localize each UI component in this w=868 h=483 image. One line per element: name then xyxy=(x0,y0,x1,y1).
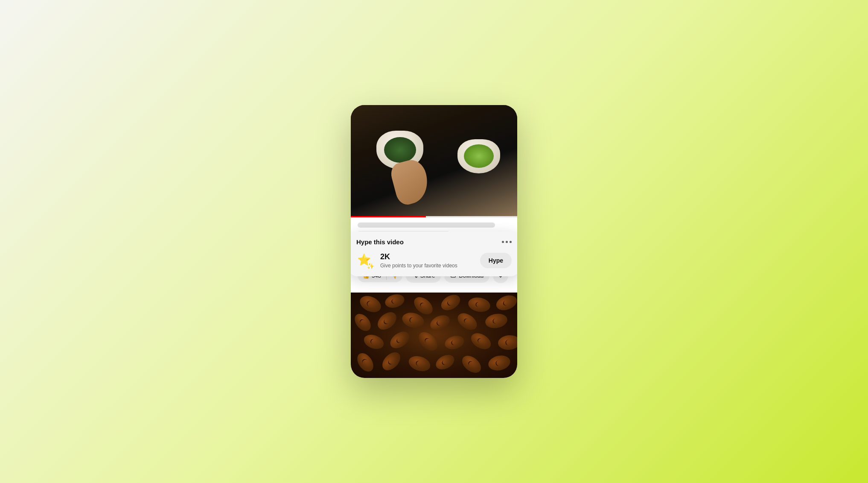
hype-card-header: Hype this video xyxy=(356,238,512,246)
video-progress-fill xyxy=(351,216,426,217)
coffee-bean xyxy=(379,349,404,374)
coffee-bean xyxy=(357,293,383,316)
hype-card: Hype this video 2K Give points to your f… xyxy=(351,231,517,276)
coffee-bean xyxy=(384,293,406,310)
coffee-bean xyxy=(498,334,517,351)
coffee-bean xyxy=(459,352,484,376)
matcha-bowl-right xyxy=(457,139,500,173)
video-thumbnail-matcha xyxy=(351,105,517,216)
video-progress-bar[interactable] xyxy=(351,216,517,217)
coffee-bean xyxy=(362,332,386,352)
hype-title: Hype this video xyxy=(356,238,404,246)
coffee-bean xyxy=(443,334,466,351)
phone-frame: #4 hyped 🔔 Subscribed ▾ 👍 348 xyxy=(351,105,517,378)
video-thumbnail-coffee[interactable] xyxy=(351,293,517,378)
hype-description: Give points to your favorite videos xyxy=(380,263,474,269)
coffee-bean xyxy=(438,293,463,313)
coffee-bean xyxy=(387,328,412,352)
coffee-beans-scene xyxy=(351,293,517,378)
coffee-bean xyxy=(468,330,493,353)
video-title-line1 xyxy=(358,222,495,228)
hype-star-icon xyxy=(356,252,374,269)
coffee-bean xyxy=(428,312,452,333)
coffee-bean xyxy=(487,354,512,372)
video-player-top[interactable] xyxy=(351,105,517,216)
coffee-bean xyxy=(400,310,425,330)
hype-content: 2K Give points to your favorite videos H… xyxy=(356,252,512,269)
hype-text-group: 2K Give points to your favorite videos xyxy=(380,252,474,269)
dot3 xyxy=(510,241,512,243)
coffee-bean xyxy=(374,309,400,333)
coffee-bean xyxy=(484,312,509,330)
hand xyxy=(388,157,432,207)
dot1 xyxy=(502,241,504,243)
coffee-bean xyxy=(434,352,457,372)
coffee-bean xyxy=(415,328,441,354)
more-options-button[interactable] xyxy=(502,241,512,243)
hype-card-wrapper: Hype this video 2K Give points to your f… xyxy=(351,293,517,378)
coffee-bean xyxy=(354,350,377,375)
coffee-bean xyxy=(454,310,480,334)
coffee-bean xyxy=(467,296,492,314)
hype-points: 2K xyxy=(380,252,474,262)
dot2 xyxy=(506,241,508,243)
coffee-bean xyxy=(352,311,374,334)
hype-button[interactable]: Hype xyxy=(480,253,512,268)
coffee-bean xyxy=(494,293,517,313)
coffee-bean xyxy=(407,354,432,374)
